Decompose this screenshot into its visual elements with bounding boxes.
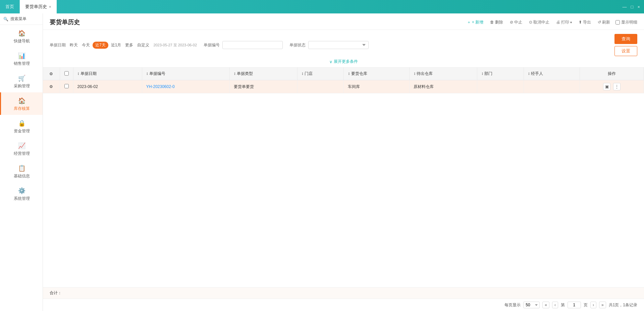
expand-more-button[interactable]: ∨ 展开更多条件 — [50, 59, 637, 64]
date-range-display: 2023-05-27 至 2023-06-02 — [153, 43, 197, 48]
col-header-docno[interactable]: ↕ 单据编号 — [142, 68, 229, 80]
new-button[interactable]: ＋ + 新增 — [466, 19, 485, 26]
window-maximize-icon[interactable]: □ — [631, 4, 634, 9]
col-header-handler[interactable]: ↕ 经手人 — [524, 68, 580, 80]
sidebar-item-finance[interactable]: 🔒 资金管理 — [0, 115, 43, 137]
row-settings-icon[interactable]: ⚙ — [43, 80, 60, 93]
page-title: 要货单历史 — [50, 18, 80, 26]
select-all-checkbox[interactable] — [64, 71, 69, 76]
tab-home[interactable]: 首页 — [0, 0, 20, 13]
sidebar-item-purchase[interactable]: 🛒 采购管理 — [0, 70, 43, 92]
sidebar: 🔍 搜索菜单 🏠 快捷导航 📊 销售管理 🛒 采购管理 🏠 库存核算 🔒 资金管… — [0, 13, 43, 311]
quick-nav-icon: 🏠 — [18, 30, 25, 37]
date-options: 昨天 今天 近7天 近1月 更多 自定义 — [68, 42, 151, 49]
sales-icon: 📊 — [18, 52, 25, 59]
page-number-input[interactable] — [568, 302, 581, 308]
show-detail-toggle[interactable]: 显示明细 — [615, 19, 637, 25]
row-checkbox[interactable] — [64, 84, 69, 88]
query-button[interactable]: 查询 — [614, 34, 637, 44]
filter-row-main: 单据日期 昨天 今天 近7天 近1月 更多 自定义 2023-05-27 至 2… — [50, 34, 637, 56]
stop-icon: ⊘ — [510, 20, 513, 25]
tab-yhdlishi[interactable]: 要货单历史 × — [20, 0, 57, 13]
col-header-pending-warehouse[interactable]: ↕ 待出仓库 — [410, 68, 477, 80]
row-date: 2023-06-02 — [73, 80, 142, 93]
date-opt-more[interactable]: 更多 — [124, 42, 135, 49]
sidebar-item-sales[interactable]: 📊 销售管理 — [0, 47, 43, 70]
row-pending-warehouse: 原材料仓库 — [410, 80, 477, 93]
inventory-icon: 🏠 — [18, 97, 25, 104]
row-checkbox-cell — [60, 80, 73, 93]
table-header-row: ⚙ ↕ 单据日期 ↕ 单据编号 ↕ 单据类型 — [43, 68, 644, 80]
tab-close-icon[interactable]: × — [49, 5, 51, 9]
tab-yhdlishi-label: 要货单历史 — [25, 4, 47, 10]
base-info-icon: 📋 — [18, 165, 25, 172]
sidebar-item-quick-nav-label: 快捷导航 — [14, 38, 30, 44]
next-page-button[interactable]: › — [590, 302, 596, 308]
date-opt-1month[interactable]: 近1月 — [110, 42, 123, 49]
page-size-label: 每页显示 — [504, 302, 521, 308]
sidebar-item-operation-label: 经营管理 — [14, 151, 30, 157]
sidebar-item-base-info[interactable]: 📋 基础信息 — [0, 160, 43, 182]
prev-page-button[interactable]: ‹ — [552, 302, 558, 308]
col-header-dept[interactable]: ↕ 部门 — [477, 68, 524, 80]
sidebar-item-finance-label: 资金管理 — [14, 128, 30, 134]
status-select[interactable] — [308, 41, 369, 49]
filter-area: 单据日期 昨天 今天 近7天 近1月 更多 自定义 2023-05-27 至 2… — [43, 30, 644, 68]
table-container: ⚙ ↕ 单据日期 ↕ 单据编号 ↕ 单据类型 — [43, 68, 644, 287]
delete-button[interactable]: 🗑 删除 — [489, 19, 504, 26]
page-size-select[interactable]: 50 10 20 100 — [523, 302, 540, 308]
docno-filter-label: 单据编号 — [204, 42, 220, 48]
query-buttons: 查询 设置 — [614, 34, 637, 56]
sidebar-item-base-info-label: 基础信息 — [14, 173, 30, 179]
date-opt-custom[interactable]: 自定义 — [136, 42, 151, 49]
summary-label: 合计： — [50, 290, 62, 296]
row-handler — [524, 80, 580, 93]
row-view-button[interactable]: ▣ — [603, 83, 610, 90]
docno-input[interactable] — [222, 41, 283, 49]
refresh-button[interactable]: ↺ 刷新 — [596, 19, 611, 26]
sidebar-item-system[interactable]: ⚙️ 系统管理 — [0, 182, 43, 205]
delete-icon: 🗑 — [490, 20, 494, 25]
export-button[interactable]: ⬆ 导出 — [577, 19, 592, 26]
last-page-button[interactable]: » — [599, 302, 606, 308]
col-header-settings[interactable]: ⚙ — [43, 68, 60, 80]
sidebar-item-operation[interactable]: 📈 经营管理 — [0, 137, 43, 160]
row-actions: ▣ ⋮ — [580, 80, 644, 93]
col-header-checkbox — [60, 68, 73, 80]
date-opt-yesterday[interactable]: 昨天 — [68, 42, 79, 49]
row-docno[interactable]: YH-20230602-0 — [142, 80, 229, 93]
show-detail-checkbox[interactable] — [615, 20, 620, 25]
cancel-icon: ⊙ — [529, 20, 532, 25]
sidebar-search[interactable]: 🔍 搜索菜单 — [0, 13, 43, 25]
stop-button[interactable]: ⊘ 中止 — [508, 19, 524, 26]
sidebar-item-quick-nav[interactable]: 🏠 快捷导航 — [0, 25, 43, 47]
page-input-prefix: 第 — [561, 302, 565, 308]
window-minimize-icon[interactable]: — — [623, 4, 627, 9]
col-header-req-warehouse[interactable]: ↕ 要货仓库 — [344, 68, 410, 80]
status-filter-label: 单据状态 — [289, 42, 306, 48]
page-input-suffix: 页 — [584, 302, 588, 308]
sidebar-search-label: 搜索菜单 — [10, 16, 26, 22]
date-opt-today[interactable]: 今天 — [80, 42, 91, 49]
sidebar-item-inventory[interactable]: 🏠 库存核算 — [0, 92, 43, 115]
cancel-stop-button[interactable]: ⊙ 取消中止 — [528, 19, 551, 26]
col-header-store[interactable]: ↕ 门店 — [297, 68, 344, 80]
row-more-button[interactable]: ⋮ — [613, 83, 621, 90]
sidebar-item-sales-label: 销售管理 — [14, 61, 30, 66]
first-page-button[interactable]: « — [542, 302, 549, 308]
window-close-icon[interactable]: × — [637, 4, 640, 9]
chevron-down-icon: ∨ — [329, 59, 332, 64]
print-button[interactable]: 🖨 打印 ▾ — [555, 19, 573, 26]
filter-group-status: 单据状态 — [289, 41, 369, 49]
col-header-doctype[interactable]: ↕ 单据类型 — [229, 68, 297, 80]
row-req-warehouse: 车间库 — [344, 80, 410, 93]
col-header-date[interactable]: ↕ 单据日期 — [73, 68, 142, 80]
expand-more-label: 展开更多条件 — [334, 59, 358, 64]
print-dropdown-icon: ▾ — [570, 20, 572, 24]
date-opt-7days[interactable]: 近7天 — [93, 42, 108, 49]
settings-button[interactable]: 设置 — [614, 46, 637, 56]
footer-summary: 合计： — [43, 287, 644, 299]
sidebar-item-system-label: 系统管理 — [14, 196, 30, 202]
system-icon: ⚙️ — [18, 187, 25, 194]
col-header-actions: 操作 — [580, 68, 644, 80]
